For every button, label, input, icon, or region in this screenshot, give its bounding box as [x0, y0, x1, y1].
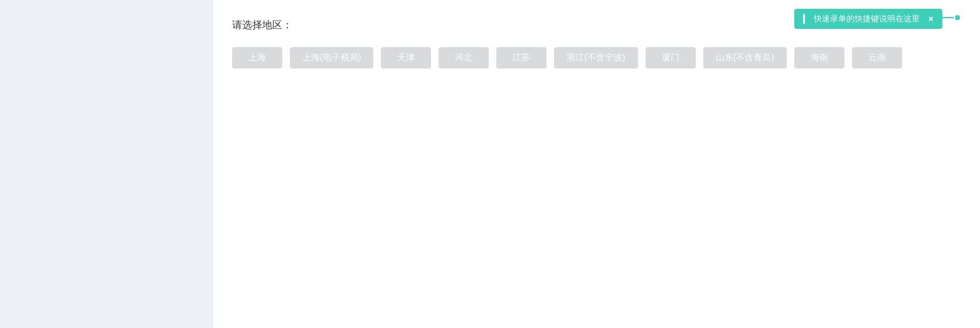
main-content: 请选择地区： 上海上海(电子税局)天津河北江苏浙江(不含宁波)厦门山东(不含青岛…: [213, 0, 980, 328]
region-button-yunnan[interactable]: 云南: [852, 47, 902, 68]
region-button-hebei[interactable]: 河北: [439, 47, 489, 68]
region-button-hainan[interactable]: 海南: [794, 47, 844, 68]
region-button-shanghai[interactable]: 上海: [232, 47, 282, 68]
tooltip-text: 快速录单的快捷键说明在这里: [814, 13, 920, 25]
region-button-shanghai-etax[interactable]: 上海(电子税局): [290, 47, 373, 68]
sidebar: [0, 0, 213, 328]
tooltip-connector-dot: [954, 14, 961, 21]
region-buttons: 上海上海(电子税局)天津河北江苏浙江(不含宁波)厦门山东(不含青岛)海南云南: [232, 47, 961, 68]
region-button-zhejiang[interactable]: 浙江(不含宁波): [554, 47, 637, 68]
tooltip-banner: 快速录单的快捷键说明在这里 ×: [794, 9, 942, 29]
tooltip-connector-line: [941, 17, 954, 18]
region-button-tianjin[interactable]: 天津: [381, 47, 431, 68]
tooltip-close-button[interactable]: ×: [929, 14, 934, 24]
region-button-xiamen[interactable]: 厦门: [646, 47, 696, 68]
region-button-shandong[interactable]: 山东(不含青岛): [703, 47, 787, 68]
region-button-jiangsu[interactable]: 江苏: [496, 47, 546, 68]
